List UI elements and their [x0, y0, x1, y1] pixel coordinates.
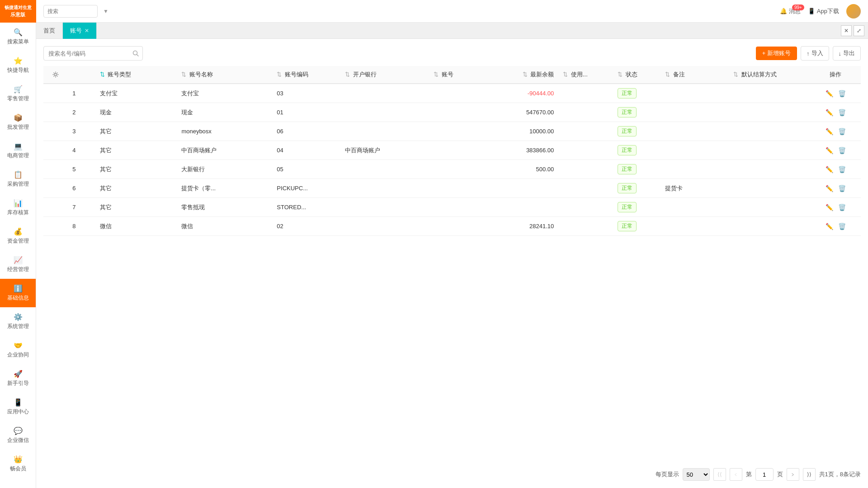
sidebar-item-guide[interactable]: 🚀 新手引导 [0, 364, 36, 393]
col-type-header[interactable]: ⇅ 账号类型 [95, 66, 177, 84]
page-input[interactable] [755, 468, 774, 481]
row-use [558, 217, 613, 236]
delete-button[interactable]: 🗑️ [836, 203, 848, 212]
row-status: 正常 [613, 160, 660, 179]
row-remark: 提货卡 [660, 179, 729, 198]
status-badge: 正常 [618, 164, 637, 174]
first-page-button[interactable]: ⟨⟨ [713, 468, 726, 481]
col-account-header[interactable]: ⇅ 账号 [429, 66, 484, 84]
user-avatar[interactable] [846, 4, 861, 19]
import-button[interactable]: ↑ 导入 [801, 46, 829, 61]
export-button[interactable]: ↓ 导出 [833, 46, 861, 61]
edit-button[interactable]: ✏️ [824, 203, 835, 212]
table-container: ⇅ 账号类型 ⇅ 账号名称 ⇅ 账号编码 ⇅ 开 [43, 66, 861, 463]
maximize-tab-button[interactable]: ⤢ [854, 25, 864, 36]
row-account [429, 141, 484, 160]
sidebar-item-wechat[interactable]: 💬 企业微信 [0, 421, 36, 450]
page-label: 页 [777, 470, 783, 479]
row-default [729, 84, 811, 103]
add-account-button[interactable]: + 新增账号 [756, 47, 797, 60]
row-ops: ✏️ 🗑️ [811, 103, 861, 122]
delete-button[interactable]: 🗑️ [836, 127, 848, 136]
sidebar-item-basic-info[interactable]: ℹ️ 基础信息 [0, 279, 36, 307]
sidebar-item-app-center[interactable]: 📱 应用中心 [0, 393, 36, 421]
global-search-input[interactable] [43, 5, 98, 18]
sidebar-item-quick-nav[interactable]: ⭐ 快捷导航 [0, 51, 36, 80]
sidebar-label-ecommerce: 电商管理 [2, 152, 34, 160]
pagination-bar: 每页显示 50 10 20 100 ⟨⟨ ﹤ 第 页 ﹥ ⟩⟩ 共1页，8条记录 [43, 463, 861, 481]
tab-account-close-icon[interactable]: ✕ [85, 28, 89, 34]
edit-button[interactable]: ✏️ [824, 146, 835, 155]
purchase-icon: 📋 [2, 170, 34, 179]
next-page-button[interactable]: ﹥ [787, 468, 799, 481]
col-balance-header[interactable]: ⇅ 最新余额 [484, 66, 559, 84]
edit-button[interactable]: ✏️ [824, 108, 835, 117]
search-box [43, 46, 143, 61]
search-input[interactable] [44, 50, 129, 57]
sidebar-item-system[interactable]: ⚙️ 系统管理 [0, 307, 36, 336]
sidebar-item-search-menu[interactable]: 🔍 搜索菜单 [0, 23, 36, 51]
delete-button[interactable]: 🗑️ [836, 184, 848, 193]
sidebar-label-app-center: 应用中心 [2, 408, 34, 416]
sidebar-label-retail: 零售管理 [2, 95, 34, 103]
settings-icon [52, 71, 59, 78]
delete-button[interactable]: 🗑️ [836, 89, 848, 98]
row-use [558, 122, 613, 141]
import-label: 导入 [811, 49, 823, 57]
export-icon: ↓ [839, 50, 842, 57]
delete-button[interactable]: 🗑️ [836, 108, 848, 117]
sidebar-item-wholesale[interactable]: 📦 批发管理 [0, 108, 36, 136]
sidebar-label-wholesale: 批发管理 [2, 123, 34, 131]
col-code-header[interactable]: ⇅ 账号编码 [272, 66, 340, 84]
row-bank [340, 160, 429, 179]
sidebar-item-purchase[interactable]: 📋 采购管理 [0, 165, 36, 193]
row-settings-cell [43, 160, 68, 179]
header-right: 🔔 消息 99+ 📱 App下载 [780, 4, 861, 19]
sidebar-item-finance[interactable]: 💰 资金管理 [0, 222, 36, 250]
row-ops: ✏️ 🗑️ [811, 160, 861, 179]
row-num: 3 [68, 122, 95, 141]
prev-page-button[interactable]: ﹤ [730, 468, 742, 481]
edit-button[interactable]: ✏️ [824, 89, 835, 98]
last-page-button[interactable]: ⟩⟩ [803, 468, 816, 481]
sort-icon-name: ⇅ [181, 71, 186, 78]
sidebar-item-inventory[interactable]: 📊 库存核算 [0, 193, 36, 222]
col-settings-header[interactable] [43, 66, 68, 84]
row-code: 05 [272, 160, 340, 179]
sidebar-item-member[interactable]: 👑 畅会员 [0, 450, 36, 478]
col-bank-header[interactable]: ⇅ 开户银行 [340, 66, 429, 84]
row-remark [660, 122, 729, 141]
tab-home[interactable]: 首页 [36, 23, 63, 39]
row-name: 微信 [177, 217, 272, 236]
search-button[interactable] [129, 46, 142, 61]
col-name-header[interactable]: ⇅ 账号名称 [177, 66, 272, 84]
col-status-header[interactable]: ⇅ 状态 [613, 66, 660, 84]
edit-button[interactable]: ✏️ [824, 127, 835, 136]
sidebar-item-retail[interactable]: 🛒 零售管理 [0, 80, 36, 108]
tab-account[interactable]: 账号 ✕ [63, 23, 97, 39]
sidebar-item-ecommerce[interactable]: 💻 电商管理 [0, 136, 36, 165]
phone-icon: 📱 [808, 8, 815, 14]
export-label: 导出 [843, 49, 855, 57]
col-remark-header[interactable]: ⇅ 备注 [660, 66, 729, 84]
edit-button[interactable]: ✏️ [824, 165, 835, 174]
delete-button[interactable]: 🗑️ [836, 165, 848, 174]
dropdown-arrow-icon[interactable]: ▼ [103, 8, 108, 14]
notification-button[interactable]: 🔔 消息 99+ [780, 7, 801, 15]
delete-button[interactable]: 🗑️ [836, 222, 848, 231]
col-use-header[interactable]: ⇅ 使用... [558, 66, 613, 84]
edit-button[interactable]: ✏️ [824, 222, 835, 231]
sidebar-label-operations: 经营管理 [2, 266, 34, 273]
edit-button[interactable]: ✏️ [824, 184, 835, 193]
close-tab-button[interactable]: ✕ [841, 25, 852, 36]
table-row: 1 支付宝 支付宝 03 -90444.00 正常 ✏️ 🗑️ [43, 84, 861, 103]
page-text: 第 [746, 470, 752, 479]
sidebar-item-agreement[interactable]: 🤝 企业协同 [0, 336, 36, 364]
page-size-select[interactable]: 50 10 20 100 [683, 468, 710, 481]
sidebar-item-operations[interactable]: 📈 经营管理 [0, 250, 36, 279]
col-default-header[interactable]: ⇅ 默认结算方式 [729, 66, 811, 84]
row-remark [660, 198, 729, 217]
row-name: 大新银行 [177, 160, 272, 179]
app-download-button[interactable]: 📱 App下载 [808, 7, 839, 15]
delete-button[interactable]: 🗑️ [836, 146, 848, 155]
